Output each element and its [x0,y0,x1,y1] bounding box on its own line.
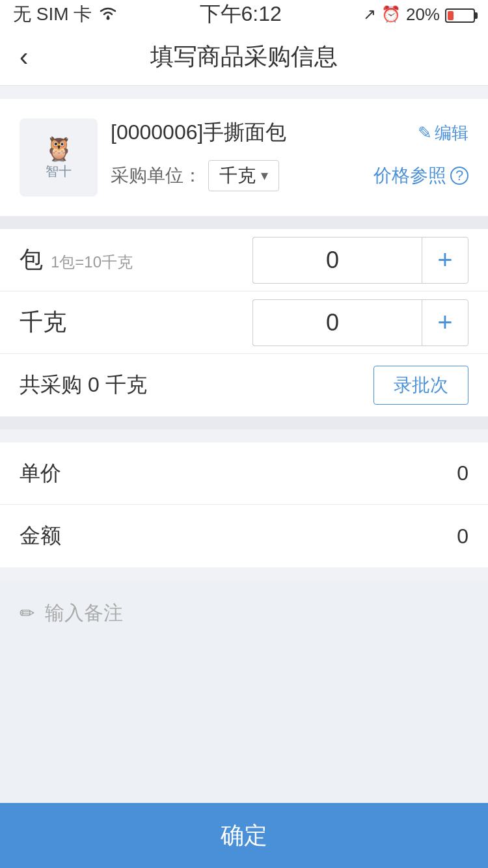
page-title: 填写商品采购信息 [150,41,338,73]
bag-label-group: 包 1包=10千克 [20,244,133,276]
status-left: 无 SIM 卡 [13,2,118,27]
amount-label: 金额 [20,522,61,550]
product-name: [0000006]手撕面包 [111,118,286,147]
status-bar: 无 SIM 卡 下午6:12 ↗ ⏰ 20% [0,0,488,29]
price-ref-button[interactable]: 价格参照 ? [373,163,468,188]
edit-label: 编辑 [435,122,468,144]
confirm-button[interactable]: 确定 [221,820,267,852]
logo-icon: 🦉 [44,135,74,163]
summary-row: 共采购 0 千克 录批次 [0,354,488,416]
product-name-row: [0000006]手撕面包 ✎ 编辑 [111,118,468,147]
price-ref-label: 价格参照 [373,163,446,188]
bag-input-control: + [133,237,468,284]
sim-label: 无 SIM 卡 [13,2,92,27]
input-section: 包 1包=10千克 + 千克 + [0,229,488,354]
unit-row: 采购单位： 千克 ▾ 价格参照 ? [111,160,468,191]
nav-bar: ‹ 填写商品采购信息 [0,29,488,86]
bag-input-row: 包 1包=10千克 + [0,229,488,292]
summary-text: 共采购 0 千克 [20,371,147,400]
edit-icon: ✎ [418,123,432,143]
section-divider-2 [0,416,488,429]
price-ref-help-icon: ? [450,167,468,185]
location-icon: ↗ [363,5,376,23]
kg-input-row: 千克 + [0,292,488,354]
batch-button[interactable]: 录批次 [373,366,468,405]
price-section: 单价 0 金额 0 [0,442,488,567]
back-button[interactable]: ‹ [20,42,59,72]
svg-point-0 [107,17,110,20]
status-right: ↗ ⏰ 20% [363,5,475,25]
unit-price-value: 0 [457,461,468,485]
brand-text: 智十 [46,163,72,180]
bag-label: 包 [20,244,43,276]
note-placeholder: 输入备注 [45,600,123,627]
unit-price-label: 单价 [20,459,61,488]
unit-value: 千克 [219,163,256,188]
amount-value: 0 [457,524,468,549]
bag-sub-label: 1包=10千克 [51,252,133,273]
confirm-bar[interactable]: 确定 [0,803,488,868]
kg-label: 千克 [20,306,66,338]
kg-plus-button[interactable]: + [422,299,468,346]
wifi-icon [98,4,118,25]
amount-row: 金额 0 [0,505,488,567]
unit-select[interactable]: 千克 ▾ [208,160,279,191]
dropdown-icon: ▾ [261,167,268,184]
kg-label-group: 千克 [20,306,124,338]
kg-number-input[interactable] [252,299,422,346]
bag-plus-button[interactable]: + [422,237,468,284]
bag-number-input[interactable] [252,237,422,284]
unit-label: 采购单位： [111,163,202,188]
main-content: 🦉 智十 [0000006]手撕面包 ✎ 编辑 采购单位： 千克 ▾ [0,99,488,868]
note-icon: ✏ [20,603,34,624]
edit-button[interactable]: ✎ 编辑 [418,122,468,144]
product-card: 🦉 智十 [0000006]手撕面包 ✎ 编辑 采购单位： 千克 ▾ [0,99,488,216]
product-info: [0000006]手撕面包 ✎ 编辑 采购单位： 千克 ▾ 价格参照 ? [111,118,468,191]
product-image: 🦉 智十 [20,118,98,197]
kg-input-control: + [124,299,468,346]
battery-percent: 20% [406,5,440,25]
battery-icon [445,5,475,25]
alarm-icon: ⏰ [381,5,401,23]
unit-price-row: 单价 0 [0,442,488,505]
status-time: 下午6:12 [200,0,282,29]
section-divider-1 [0,216,488,229]
note-section[interactable]: ✏ 输入备注 [0,580,488,646]
